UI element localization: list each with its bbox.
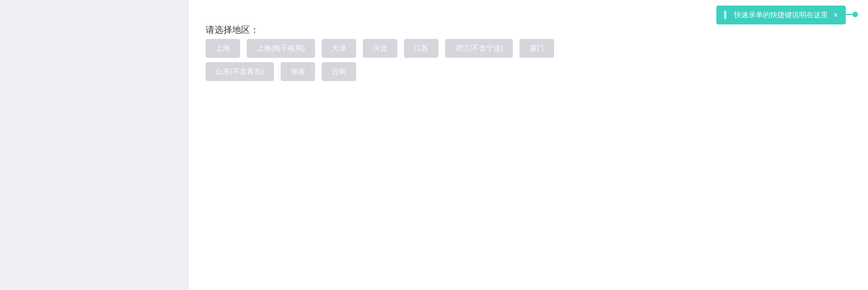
region-buttons-row2: 山东(不含青岛)海南云南 [206, 62, 356, 81]
region-button-zhejiang[interactable]: 浙江(不含宁波) [445, 39, 513, 58]
page-label: 请选择地区： [206, 24, 259, 36]
left-sidebar [0, 0, 189, 290]
tooltip-text: 快速录单的快捷键说明在这里 [734, 10, 828, 20]
tooltip-bar: 快速录单的快捷键说明在这里 × [716, 6, 846, 24]
region-button-xiamen[interactable]: 厦门 [520, 39, 554, 58]
region-button-tianjin[interactable]: 天津 [322, 39, 356, 58]
region-button-shandong[interactable]: 山东(不含青岛) [206, 62, 274, 81]
main-content: 请选择地区： 上海上海(电子税局)天津河北江苏浙江(不含宁波)厦门 山东(不含青… [189, 0, 868, 290]
tooltip-accent-bar [724, 11, 726, 19]
tooltip-connector-line [845, 14, 852, 15]
tooltip-close-button[interactable]: × [834, 11, 838, 19]
region-button-hainan[interactable]: 海南 [281, 62, 315, 81]
region-button-shanghai[interactable]: 上海 [206, 39, 240, 58]
region-button-hebei[interactable]: 河北 [363, 39, 397, 58]
region-button-yunnan[interactable]: 云南 [322, 62, 356, 81]
tooltip-dot-indicator [852, 12, 858, 17]
region-buttons-row1: 上海上海(电子税局)天津河北江苏浙江(不含宁波)厦门 [206, 39, 554, 58]
region-button-jiangsu[interactable]: 江苏 [404, 39, 438, 58]
region-button-shanghai-etax[interactable]: 上海(电子税局) [247, 39, 315, 58]
